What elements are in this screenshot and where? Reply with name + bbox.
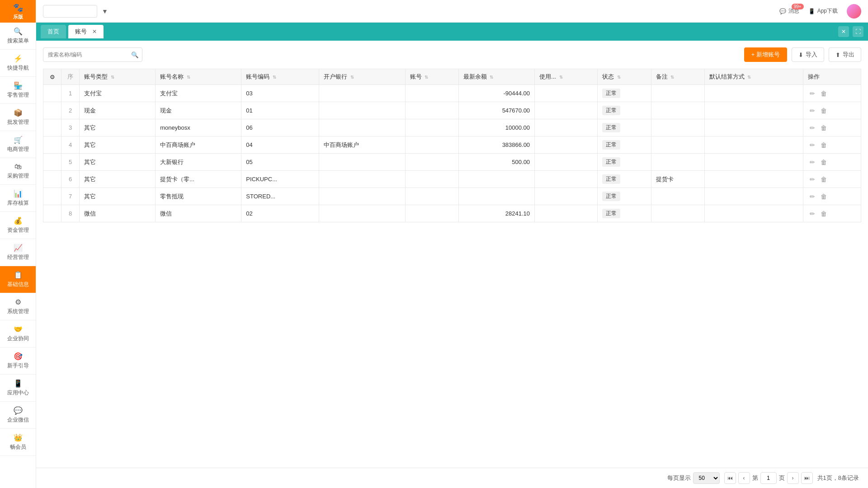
sidebar-item-wechat[interactable]: 💬企业微信 bbox=[0, 402, 36, 429]
sidebar-item-guide[interactable]: 🎯新手引导 bbox=[0, 347, 36, 375]
col-action: 操作 bbox=[803, 69, 861, 85]
page-last-button[interactable]: ⏭ bbox=[801, 472, 813, 484]
accounts-table: ⚙ 序 账号类型 ⇅ 账号名称 ⇅ 账号编码 ⇅ 开户银行 ⇅ 账号 ⇅ 最新余… bbox=[43, 69, 861, 222]
sidebar-item-purchase[interactable]: 🛍采购管理 bbox=[0, 158, 36, 185]
row-delete-button[interactable]: 🗑 bbox=[819, 192, 829, 201]
toolbar: 🔍 + 新增账号 ⬇ 导入 ⬆ 导出 bbox=[43, 47, 861, 62]
tab-home[interactable]: 首页 bbox=[41, 25, 66, 38]
sidebar-item-ecommerce[interactable]: 🛒电商管理 bbox=[0, 131, 36, 158]
row-code: 06 bbox=[241, 119, 319, 136]
tab-close-button[interactable]: ✕ bbox=[838, 26, 849, 37]
sidebar-item-basic[interactable]: 📋基础信息 bbox=[0, 266, 36, 293]
table-row: 6 其它 提货卡（零... PICKUPC... 正常 提货卡 ✏ 🗑 bbox=[43, 171, 861, 188]
col-balance[interactable]: 最新余额 ⇅ bbox=[458, 69, 534, 85]
row-delete-button[interactable]: 🗑 bbox=[819, 175, 829, 184]
add-account-button[interactable]: + 新增账号 bbox=[744, 47, 787, 62]
row-delete-button[interactable]: 🗑 bbox=[819, 106, 829, 115]
message-button[interactable]: 💬 消息 99+ bbox=[779, 7, 799, 15]
search-button[interactable]: 🔍 bbox=[127, 47, 142, 62]
row-edit-button[interactable]: ✏ bbox=[808, 209, 817, 218]
row-delete-button[interactable]: 🗑 bbox=[819, 209, 829, 218]
inventory-icon: 📊 bbox=[14, 189, 23, 198]
col-type[interactable]: 账号类型 ⇅ bbox=[80, 69, 156, 85]
tab-home-label: 首页 bbox=[47, 28, 59, 36]
sidebar-item-quick[interactable]: ⚡快捷导航 bbox=[0, 50, 36, 77]
sidebar-item-agreement[interactable]: 🤝企业协同 bbox=[0, 320, 36, 347]
row-bank: 中百商场账户 bbox=[319, 136, 405, 154]
table-row: 3 其它 moneybosx 06 10000.00 正常 ✏ 🗑 bbox=[43, 119, 861, 136]
header-dropdown-icon[interactable]: ▼ bbox=[102, 8, 108, 15]
col-remark[interactable]: 备注 ⇅ bbox=[651, 69, 704, 85]
sidebar-item-search[interactable]: 🔍搜索菜单 bbox=[0, 23, 36, 50]
sidebar-item-system[interactable]: ⚙系统管理 bbox=[0, 293, 36, 320]
row-settlement bbox=[704, 85, 803, 102]
sidebar-item-member[interactable]: 👑畅会员 bbox=[0, 429, 36, 456]
col-usage[interactable]: 使用... ⇅ bbox=[535, 69, 598, 85]
row-settings bbox=[43, 171, 61, 188]
col-status[interactable]: 状态 ⇅ bbox=[598, 69, 651, 85]
row-num: 1 bbox=[61, 85, 80, 102]
tab-fullscreen-button[interactable]: ⛶ bbox=[853, 26, 863, 37]
row-type: 其它 bbox=[80, 136, 156, 154]
col-bank[interactable]: 开户银行 ⇅ bbox=[319, 69, 405, 85]
row-name: 大新银行 bbox=[156, 154, 241, 171]
page-prev-button[interactable]: ‹ bbox=[738, 472, 750, 484]
page-first-button[interactable]: ⏮ bbox=[724, 472, 736, 484]
row-settings bbox=[43, 136, 61, 154]
row-settings bbox=[43, 85, 61, 102]
col-settlement[interactable]: 默认结算方式 ⇅ bbox=[704, 69, 803, 85]
app-download-button[interactable]: 📱 App下载 bbox=[808, 7, 838, 15]
row-edit-button[interactable]: ✏ bbox=[808, 89, 817, 98]
sidebar-item-retail[interactable]: 🏪零售管理 bbox=[0, 77, 36, 104]
row-delete-button[interactable]: 🗑 bbox=[819, 141, 829, 150]
row-settlement bbox=[704, 171, 803, 188]
tab-actions: ✕ ⛶ bbox=[838, 26, 863, 37]
sidebar-item-operation[interactable]: 📈经营管理 bbox=[0, 239, 36, 266]
col-account[interactable]: 账号 ⇅ bbox=[405, 69, 458, 85]
export-button[interactable]: ⬆ 导出 bbox=[829, 47, 861, 62]
row-balance: 500.00 bbox=[458, 154, 534, 171]
ecommerce-icon: 🛒 bbox=[14, 136, 23, 144]
import-button[interactable]: ⬇ 导入 bbox=[792, 47, 824, 62]
row-edit-button[interactable]: ✏ bbox=[808, 106, 817, 115]
tab-account[interactable]: 账号 ✕ bbox=[68, 25, 104, 38]
tab-account-label: 账号 bbox=[75, 28, 87, 36]
row-status: 正常 bbox=[598, 205, 651, 222]
tab-account-close-icon[interactable]: ✕ bbox=[92, 28, 97, 35]
header-search-input[interactable] bbox=[43, 5, 97, 18]
account-search-input[interactable] bbox=[43, 52, 127, 58]
row-settings bbox=[43, 102, 61, 119]
row-delete-button[interactable]: 🗑 bbox=[819, 123, 829, 132]
page-next-button[interactable]: › bbox=[787, 472, 799, 484]
row-code: 04 bbox=[241, 136, 319, 154]
col-code[interactable]: 账号编码 ⇅ bbox=[241, 69, 319, 85]
col-name[interactable]: 账号名称 ⇅ bbox=[156, 69, 241, 85]
col-settings[interactable]: ⚙ bbox=[43, 69, 61, 85]
row-name: 提货卡（零... bbox=[156, 171, 241, 188]
row-account bbox=[405, 154, 458, 171]
page-input[interactable] bbox=[760, 472, 777, 484]
row-code: 03 bbox=[241, 85, 319, 102]
sidebar-item-wholesale[interactable]: 📦批发管理 bbox=[0, 104, 36, 131]
sidebar-item-capital[interactable]: 💰资金管理 bbox=[0, 212, 36, 239]
row-bank bbox=[319, 154, 405, 171]
row-delete-button[interactable]: 🗑 bbox=[819, 89, 829, 98]
app-download-label: App下载 bbox=[817, 7, 838, 15]
guide-icon: 🎯 bbox=[14, 352, 23, 361]
row-edit-button[interactable]: ✏ bbox=[808, 175, 817, 184]
sidebar-item-inventory[interactable]: 📊库存核算 bbox=[0, 185, 36, 212]
row-edit-button[interactable]: ✏ bbox=[808, 192, 817, 201]
row-edit-button[interactable]: ✏ bbox=[808, 141, 817, 150]
page-size-select[interactable]: 50 10 20 100 bbox=[693, 472, 720, 484]
sidebar-label-ecommerce: 电商管理 bbox=[7, 145, 29, 153]
sidebar-item-appcenter[interactable]: 📱应用中心 bbox=[0, 375, 36, 402]
row-edit-button[interactable]: ✏ bbox=[808, 158, 817, 167]
sidebar-label-system: 系统管理 bbox=[7, 308, 29, 315]
user-avatar[interactable] bbox=[847, 4, 861, 19]
sidebar-label-agreement: 企业协同 bbox=[7, 335, 29, 343]
row-delete-button[interactable]: 🗑 bbox=[819, 158, 829, 167]
main-area: ▼ 💬 消息 99+ 📱 App下载 首页 账号 ✕ ✕ ⛶ bbox=[36, 0, 868, 488]
row-code: 02 bbox=[241, 205, 319, 222]
row-edit-button[interactable]: ✏ bbox=[808, 123, 817, 132]
row-usage bbox=[535, 136, 598, 154]
